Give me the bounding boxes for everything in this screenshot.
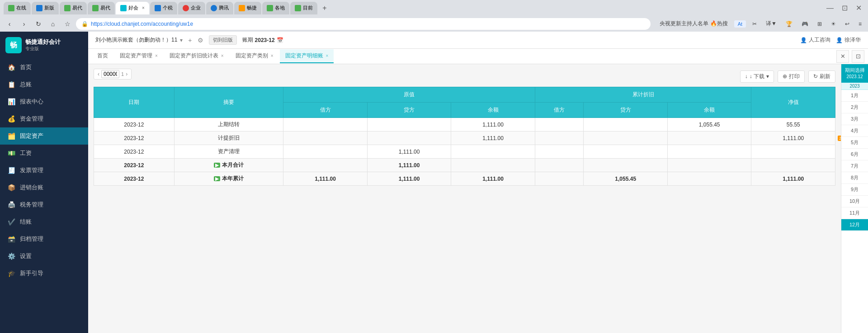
tab-home[interactable]: 首页	[92, 49, 113, 63]
game-btn[interactable]: 🎮	[799, 20, 811, 28]
period-header-label: 期间选择	[843, 67, 866, 74]
sidebar-item-funds[interactable]: 💰 资金管理	[0, 110, 88, 127]
browser-tab-yidai1[interactable]: 易代	[60, 2, 87, 14]
browser-tab-xinban[interactable]: 新版	[32, 2, 59, 14]
period-month-10[interactable]: 10月	[841, 196, 868, 207]
sidebar-item-salary[interactable]: 💵 工资	[0, 145, 88, 162]
tab-asset-ledger[interactable]: 固定资产明细账 ×	[280, 49, 334, 63]
brightness-btn[interactable]: ☀	[828, 20, 839, 28]
period-month-3[interactable]: 3月	[841, 113, 868, 125]
sidebar-item-invoice[interactable]: 🧾 发票管理	[0, 162, 88, 179]
period-month-1[interactable]: 1月	[841, 90, 868, 102]
cell-acc-debit	[535, 159, 584, 172]
search-bar[interactable]: 央视更新主持人名单 🔥热搜	[657, 19, 730, 28]
sidebar-menu: 🏠 首页 📋 总账 📊 报表中心 💰 资金管理 🗂️ 固定资产 💵 工资	[0, 57, 88, 333]
window-close-btn[interactable]: ✕	[853, 4, 864, 12]
tab-close-haohui[interactable]: ×	[142, 5, 145, 10]
browser-tab-yidai2[interactable]: 易代	[88, 2, 115, 14]
period-month-12[interactable]: 12月	[841, 219, 868, 231]
tab-label-changjie: 畅捷	[247, 5, 257, 11]
th-acc-debit: 借方	[535, 103, 584, 118]
menu-btn[interactable]: ≡	[856, 20, 864, 28]
browser-tab-tengxun[interactable]: 腾讯	[206, 2, 233, 14]
window-max-btn[interactable]: ⊡	[839, 4, 850, 12]
period-year-btn[interactable]: 2023	[841, 83, 868, 90]
sidebar-label-closing: 结账	[20, 218, 32, 226]
browser-tab-muqian[interactable]: 目前	[290, 2, 317, 14]
print-btn[interactable]: ⊕ 打印	[778, 70, 805, 83]
sidebar-label-purchases: 进销台账	[20, 183, 43, 192]
browser-tab-qiye[interactable]: 企业	[178, 2, 205, 14]
extensions-btn[interactable]: ✂	[750, 20, 760, 28]
th-orig-credit: 贷方	[367, 103, 451, 118]
sidebar-item-purchases[interactable]: 📦 进销台账	[0, 179, 88, 196]
browser-tab-changjie[interactable]: 畅捷	[234, 2, 261, 14]
nav-back-btn[interactable]: ‹	[4, 18, 15, 30]
cell-orig-credit: 1,111.00	[367, 159, 451, 172]
home-icon: 🏠	[7, 63, 15, 71]
page-next-btn[interactable]: ›	[126, 71, 127, 77]
sidebar-item-settings[interactable]: ⚙️ 设置	[0, 248, 88, 265]
nav-bookmark-btn[interactable]: ☆	[61, 18, 73, 30]
sidebar-item-reports[interactable]: 📊 报表中心	[0, 93, 88, 110]
tab-asset-category[interactable]: 固定资产类别 ×	[230, 49, 279, 63]
customer-service-btn[interactable]: 👤 人工咨询	[800, 36, 830, 44]
period-month-11[interactable]: 11月	[841, 207, 868, 219]
tab-label-online: 在线	[16, 5, 26, 11]
browser-tab-haohui[interactable]: 好会 ×	[116, 2, 149, 14]
at-label: At	[734, 20, 746, 28]
layout-btn[interactable]: ⊞	[815, 20, 825, 28]
browser-tab-geshui[interactable]: 个税	[150, 2, 177, 14]
new-tab-button[interactable]: +	[318, 2, 331, 14]
tab-fixed-assets-mgmt[interactable]: 固定资产管理 ×	[114, 49, 163, 63]
settings-btn[interactable]: ⚙	[198, 37, 203, 44]
browser-tab-online[interactable]: 在线	[4, 2, 31, 14]
cell-orig-debit	[283, 131, 367, 145]
nav-home-btn[interactable]: ⌂	[47, 18, 59, 30]
period-month-9[interactable]: 9月	[841, 184, 868, 196]
dropdown-icon[interactable]: ▾	[180, 37, 183, 43]
calendar-icon[interactable]: 📅	[277, 37, 283, 43]
browser-tab-gedi[interactable]: 各地	[262, 2, 289, 14]
tab-expand-btn[interactable]: ⊡	[852, 50, 864, 63]
tab-close-fixed-assets-mgmt[interactable]: ×	[155, 53, 158, 58]
refresh-btn[interactable]: ↻ 刷新	[808, 70, 835, 83]
download-btn[interactable]: ↓ ↓ 下载 ▾	[740, 70, 774, 83]
wallet-btn[interactable]: 🏆	[783, 20, 795, 28]
period-month-4[interactable]: 4月	[841, 125, 868, 137]
period-month-2[interactable]: 2月	[841, 102, 868, 113]
sidebar-item-archive[interactable]: 🗃️ 归档管理	[0, 230, 88, 248]
sidebar-item-guide[interactable]: 🎓 新手引导	[0, 265, 88, 282]
sidebar: 畅 畅捷通好会计 专业版 🏠 首页 📋 总账 📊 报表中心 💰 资金管理	[0, 32, 88, 333]
sidebar-item-ledger[interactable]: 📋 总账	[0, 76, 88, 93]
add-account-btn[interactable]: +	[188, 37, 192, 44]
nav-forward-btn[interactable]: ›	[18, 18, 30, 30]
cell-acc-debit	[535, 118, 584, 131]
sidebar-item-fixed-assets[interactable]: 🗂️ 固定资产	[0, 127, 88, 145]
service-icon: 👤	[800, 37, 807, 43]
switch-to-old-btn[interactable]: 切到旧版	[209, 35, 237, 45]
period-label: 账期	[242, 36, 253, 44]
translate-btn[interactable]: 译▼	[763, 19, 779, 28]
sidebar-item-tax[interactable]: 🖨️ 税务管理	[0, 196, 88, 213]
address-bar[interactable]: 🔒 https://cloud.chanjet.com/accounting/u…	[76, 18, 651, 30]
tab-close-asset-ledger[interactable]: ×	[326, 53, 329, 58]
period-month-7[interactable]: 7月	[841, 160, 868, 172]
page-prev-btn[interactable]: ‹	[98, 71, 99, 77]
tab-depreciation-stats[interactable]: 固定资产折旧统计表 ×	[164, 49, 229, 63]
period-month-5[interactable]: 5月	[841, 137, 868, 149]
nav-refresh-btn[interactable]: ↻	[33, 18, 44, 30]
sidebar-item-closing[interactable]: ✔️ 结账	[0, 213, 88, 230]
period-month-8[interactable]: 8月	[841, 172, 868, 184]
sidebar-item-home[interactable]: 🏠 首页	[0, 59, 88, 76]
page-number-input[interactable]	[101, 70, 119, 78]
tab-close-asset-category[interactable]: ×	[271, 53, 274, 58]
undo-btn[interactable]: ↩	[842, 20, 852, 28]
cell-orig-debit	[283, 145, 367, 159]
window-min-btn[interactable]: —	[824, 4, 836, 12]
cell-orig-credit	[367, 131, 451, 145]
period-month-6[interactable]: 6月	[841, 149, 868, 160]
tab-close-all-btn[interactable]: ✕	[836, 50, 849, 63]
user-profile-btn[interactable]: 👤 徐泽华	[836, 36, 861, 44]
tab-close-depreciation-stats[interactable]: ×	[221, 53, 224, 58]
